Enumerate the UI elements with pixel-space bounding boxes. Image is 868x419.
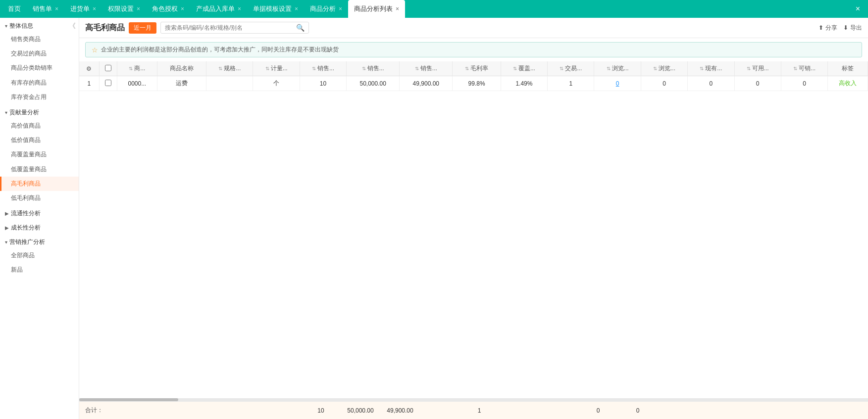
bottom-scrollbar[interactable]: [79, 398, 868, 401]
nav-permission-settings[interactable]: 权限设置 ×: [102, 0, 146, 18]
nav-purchase-order[interactable]: 进货单 ×: [64, 0, 102, 18]
th-sales-amount[interactable]: 销售...: [347, 61, 400, 76]
sidebar-group-growth[interactable]: ▶ 成长性分析: [0, 220, 79, 234]
share-icon: ⬆: [818, 24, 823, 31]
th-cost[interactable]: 销售...: [400, 61, 453, 76]
arrow-right-icon: ▶: [5, 225, 9, 231]
sidebar-item-high-coverage[interactable]: 高覆盖量商品: [0, 147, 79, 162]
nav-close-icon[interactable]: ×: [339, 5, 342, 12]
data-table: ⚙ 商... 商品名称 规格... 计量... 销售... 销售... 销售..…: [79, 61, 868, 91]
nav-home[interactable]: 首页: [2, 0, 27, 18]
content-header: 高毛利商品 近一月 🔍 ⬆ 分享 ⬇ 导出: [79, 18, 868, 38]
sidebar-group-contribution[interactable]: ▾ 贡献量分析: [0, 104, 79, 119]
search-box[interactable]: 🔍: [160, 22, 309, 34]
nav-close-icon[interactable]: ×: [295, 5, 298, 12]
cell-sales-amount: 50,000.00: [347, 76, 400, 91]
th-gross-rate[interactable]: 毛利率: [453, 61, 501, 76]
arrow-right-icon: ▶: [5, 211, 9, 216]
th-available[interactable]: 可用...: [734, 61, 781, 76]
nav-close-icon[interactable]: ×: [396, 5, 399, 12]
sidebar-item-low-coverage[interactable]: 低覆盖量商品: [0, 162, 79, 177]
share-button[interactable]: ⬆ 分享: [818, 24, 837, 32]
nav-close-icon[interactable]: ×: [181, 5, 184, 12]
nav-product-analysis-list[interactable]: 商品分析列表 ×: [348, 0, 405, 18]
cell-coverage: 1.49%: [501, 76, 547, 91]
th-stock[interactable]: 现有...: [688, 61, 734, 76]
nav-role-auth[interactable]: 角色授权 ×: [146, 0, 190, 18]
th-tag[interactable]: 标签: [828, 61, 868, 76]
th-trade[interactable]: 交易...: [548, 61, 594, 76]
th-name[interactable]: 商品名称: [157, 61, 206, 76]
sidebar-item-category-assist-rate[interactable]: 商品分类助销率: [0, 61, 79, 75]
nav-close-icon[interactable]: ×: [238, 5, 241, 12]
th-browse1[interactable]: 浏览...: [594, 61, 641, 76]
footer-empty1: [420, 407, 460, 414]
nav-product-analysis[interactable]: 商品分析 ×: [304, 0, 348, 18]
nav-close-icon[interactable]: ×: [93, 5, 96, 12]
sidebar-group-overall[interactable]: ▾ 整体信息: [0, 18, 79, 32]
sidebar-item-traded-goods[interactable]: 交易过的商品: [0, 47, 79, 61]
info-banner: ☆ 企业的主要的利润都是这部分商品创造的，可考虑加大推广，同时关注库存是不要出现…: [85, 42, 862, 57]
th-unit[interactable]: 计量...: [253, 61, 300, 76]
sidebar-item-high-value[interactable]: 高价值商品: [0, 119, 79, 133]
footer-empty3: [539, 407, 578, 414]
cell-qty: 10: [300, 76, 346, 91]
sidebar-item-low-value[interactable]: 低价值商品: [0, 133, 79, 147]
th-checkbox[interactable]: [99, 61, 117, 76]
cell-cost: 49,900.00: [400, 76, 453, 91]
th-qty[interactable]: 销售...: [300, 61, 346, 76]
content-area: 高毛利商品 近一月 🔍 ⬆ 分享 ⬇ 导出 ☆ 企业的主要的利润都是这部分商品创…: [79, 18, 868, 419]
sidebar-item-low-margin[interactable]: 低毛利商品: [0, 191, 79, 205]
scrollbar-thumb[interactable]: [79, 398, 178, 401]
table-row[interactable]: 1 0000... 运费 个 10 50,000.00 49,900.00 99…: [79, 76, 868, 91]
nav-close-icon[interactable]: ×: [55, 5, 58, 12]
th-coverage[interactable]: 覆盖...: [501, 61, 547, 76]
th-settings[interactable]: ⚙: [79, 61, 99, 76]
sidebar-item-sales-goods[interactable]: 销售类商品: [0, 32, 79, 47]
th-saleable[interactable]: 可销...: [781, 61, 827, 76]
sidebar-item-stock-capital[interactable]: 库存资金占用: [0, 90, 79, 104]
export-button[interactable]: ⬇ 导出: [843, 24, 862, 32]
th-browse2[interactable]: 浏览...: [641, 61, 687, 76]
sidebar-item-all-goods[interactable]: 全部商品: [0, 248, 79, 263]
window-close-button[interactable]: ×: [850, 4, 866, 13]
th-code[interactable]: 商...: [117, 61, 157, 76]
sidebar-item-high-margin[interactable]: 高毛利商品: [0, 177, 79, 191]
table-wrapper[interactable]: ⚙ 商... 商品名称 规格... 计量... 销售... 销售... 销售..…: [79, 61, 868, 419]
cell-name: 运费: [157, 76, 206, 91]
row-checkbox[interactable]: [105, 80, 111, 86]
sidebar-collapse-button[interactable]: 《: [69, 22, 76, 31]
sidebar-group-liquidity[interactable]: ▶ 流通性分析: [0, 205, 79, 220]
nav-close-icon[interactable]: ×: [137, 5, 140, 12]
table-body: 1 0000... 运费 个 10 50,000.00 49,900.00 99…: [79, 76, 868, 91]
sidebar-item-new-goods[interactable]: 新品: [0, 263, 79, 277]
cell-tag: 高收入: [828, 76, 868, 91]
footer-totals: 合计： 10 50,000.00 49,900.00 1 0 0: [79, 401, 868, 419]
cell-stock: 0: [688, 76, 734, 91]
cell-browse2: 0: [641, 76, 687, 91]
arrow-down-icon: ▾: [5, 239, 7, 245]
footer-qty: 10: [301, 407, 341, 414]
cell-code: 0000...: [117, 76, 157, 91]
nav-finished-goods[interactable]: 产成品入库单 ×: [190, 0, 247, 18]
sidebar-group-marketing[interactable]: ▾ 营销推广分析: [0, 234, 79, 248]
footer-stock: 0: [578, 407, 618, 414]
cell-browse1[interactable]: 0: [594, 76, 641, 91]
sidebar-item-in-stock-goods[interactable]: 有库存的商品: [0, 76, 79, 90]
sidebar: 《 ▾ 整体信息 销售类商品 交易过的商品 商品分类助销率 有库存的商品 库存资…: [0, 18, 79, 419]
search-icon[interactable]: 🔍: [296, 24, 305, 32]
footer-available: 0: [618, 407, 658, 414]
nav-template-settings[interactable]: 单据模板设置 ×: [247, 0, 304, 18]
page-title: 高毛利商品: [85, 23, 125, 33]
table-header-row: ⚙ 商... 商品名称 规格... 计量... 销售... 销售... 销售..…: [79, 61, 868, 76]
search-input[interactable]: [165, 24, 294, 31]
cell-checkbox[interactable]: [99, 76, 117, 91]
select-all-checkbox[interactable]: [105, 65, 111, 71]
arrow-down-icon: ▾: [5, 23, 7, 29]
footer-trade: 1: [460, 407, 499, 414]
filter-recent-month-button[interactable]: 近一月: [129, 22, 156, 34]
export-icon: ⬇: [843, 24, 848, 31]
cell-trade: 1: [548, 76, 594, 91]
nav-sales-order[interactable]: 销售单 ×: [27, 0, 64, 18]
th-spec[interactable]: 规格...: [206, 61, 253, 76]
